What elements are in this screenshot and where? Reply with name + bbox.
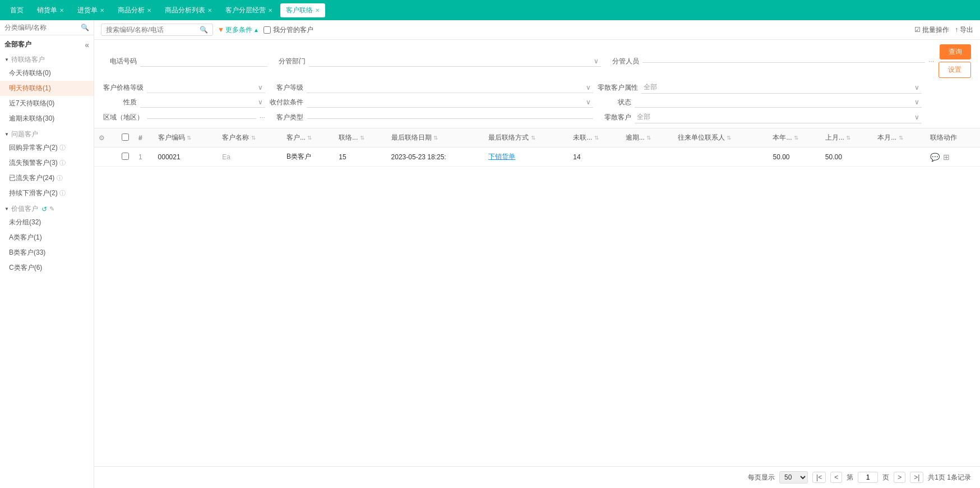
- sort-type-icon[interactable]: ⇅: [307, 135, 312, 141]
- sidebar-item-tomorrow[interactable]: 明天待联络(1): [0, 81, 94, 96]
- my-customers-checkbox[interactable]: 我分管的客户: [264, 25, 313, 35]
- customer-level-select[interactable]: ∨: [307, 82, 594, 93]
- select-all-checkbox[interactable]: [122, 133, 129, 141]
- customer-type-select[interactable]: [307, 116, 594, 119]
- nav-customer-contact[interactable]: 客户联络 ✕: [280, 3, 325, 17]
- sidebar-item-loss-warning[interactable]: 流失预警客户(3) ⓘ: [0, 155, 94, 171]
- row-this-month: [873, 148, 925, 167]
- sidebar-item-overdue[interactable]: 逾期未联络(30): [0, 111, 94, 126]
- nav-close-customer-contact[interactable]: ✕: [315, 7, 320, 13]
- nav-close-sales[interactable]: ✕: [59, 7, 64, 13]
- search-box[interactable]: 🔍: [101, 24, 213, 36]
- th-checkbox: [117, 128, 134, 148]
- scatter-attr-select[interactable]: 全部 ∨: [641, 81, 922, 94]
- sidebar-item-today[interactable]: 今天待联络(0): [0, 66, 94, 81]
- retail-select[interactable]: 全部 ∨: [635, 111, 922, 123]
- nature-select[interactable]: ∨: [140, 97, 265, 108]
- page-size-select[interactable]: 50 100 200: [779, 471, 808, 484]
- th-type[interactable]: 客户... ⇅: [282, 128, 334, 148]
- sidebar-item-c-class[interactable]: C类客户(6): [0, 260, 94, 275]
- query-button[interactable]: 查询: [940, 44, 971, 59]
- sort-last-month-icon[interactable]: ⇅: [846, 135, 850, 141]
- th-no-contact[interactable]: 未联... ⇅: [568, 128, 621, 148]
- sort-code-icon[interactable]: ⇅: [187, 135, 191, 141]
- sidebar-item-repurchase-abnormal[interactable]: 回购异常客户(2) ⓘ: [0, 140, 94, 155]
- status-select[interactable]: ∨: [635, 97, 922, 108]
- th-name[interactable]: 客户名称 ⇅: [218, 128, 282, 148]
- th-settings[interactable]: ⚙: [94, 128, 117, 148]
- content-area: 🔍 ▼ 更多条件 ▲ 我分管的客户 ☑ 批量操作 ↑ 导出: [94, 20, 980, 488]
- th-last-month[interactable]: 上月... ⇅: [821, 128, 873, 148]
- search-icon[interactable]: 🔍: [200, 26, 208, 34]
- nav-close-product-analysis[interactable]: ✕: [147, 7, 151, 13]
- sidebar-item-ungrouped[interactable]: 未分组(32): [0, 215, 94, 230]
- sidebar-search-icon[interactable]: 🔍: [81, 24, 89, 31]
- sort-method-icon[interactable]: ⇅: [531, 135, 535, 141]
- th-this-month[interactable]: 本月... ⇅: [873, 128, 925, 148]
- sidebar-item-declining[interactable]: 持续下滑客户(2) ⓘ: [0, 186, 94, 201]
- sort-unit-icon[interactable]: ⇅: [727, 135, 731, 141]
- action-comment-icon[interactable]: 💬: [930, 153, 940, 162]
- sort-year-icon[interactable]: ⇅: [794, 135, 798, 141]
- nav-product-analysis-list[interactable]: 商品分析列表 ✕: [159, 3, 218, 17]
- th-num: #: [134, 128, 154, 148]
- page-number-input[interactable]: [858, 472, 878, 483]
- th-overdue[interactable]: 逾期... ⇅: [621, 128, 673, 148]
- th-this-year[interactable]: 本年... ⇅: [768, 128, 820, 148]
- prev-page-btn[interactable]: <: [830, 472, 842, 483]
- nav-home[interactable]: 首页: [4, 3, 29, 17]
- sidebar-item-lost[interactable]: 已流失客户(24) ⓘ: [0, 171, 94, 186]
- row-checkbox[interactable]: [122, 153, 129, 160]
- adv-payment-field: 收付款条件 ∨: [270, 97, 594, 108]
- th-unit-contact[interactable]: 往来单位联系人 ⇅: [673, 128, 768, 148]
- row-last-contact-method[interactable]: 下销货单: [484, 148, 568, 167]
- batch-op-btn[interactable]: ☑ 批量操作: [914, 25, 949, 35]
- set-button[interactable]: 设置: [939, 62, 971, 78]
- phone-input[interactable]: [140, 56, 267, 67]
- more-conditions-btn[interactable]: ▼ 更多条件 ▲: [218, 25, 259, 35]
- sort-no-contact-icon[interactable]: ⇅: [594, 135, 599, 141]
- value-refresh-icon[interactable]: ↺: [41, 205, 47, 213]
- first-page-btn[interactable]: |<: [812, 472, 826, 483]
- search-input[interactable]: [106, 26, 197, 34]
- th-contacts[interactable]: 联络... ⇅: [334, 128, 386, 148]
- filter-icon: ▼: [218, 26, 224, 34]
- sidebar-item-week[interactable]: 近7天待联络(0): [0, 96, 94, 111]
- sort-name-icon[interactable]: ⇅: [251, 135, 256, 141]
- sort-contacts-icon[interactable]: ⇅: [360, 135, 364, 141]
- export-btn[interactable]: ↑ 导出: [955, 25, 973, 35]
- last-page-btn[interactable]: >|: [910, 472, 923, 483]
- row-settings[interactable]: [94, 148, 117, 167]
- value-edit-icon[interactable]: ✎: [49, 205, 54, 213]
- region-select[interactable]: [147, 116, 256, 119]
- sort-date-icon[interactable]: ⇅: [433, 135, 438, 141]
- nav-close-product-list[interactable]: ✕: [207, 7, 212, 13]
- nav-purchase-order[interactable]: 进货单 ✕: [72, 3, 110, 17]
- payment-select[interactable]: ∨: [307, 97, 594, 108]
- nav-product-analysis[interactable]: 商品分析 ✕: [112, 3, 157, 17]
- sidebar-item-a-class[interactable]: A类客户(1): [0, 230, 94, 245]
- nav-customer-tier[interactable]: 客户分层经营 ✕: [220, 3, 278, 17]
- th-last-contact-date[interactable]: 最后联络日期 ⇅: [387, 128, 484, 148]
- th-last-contact-method[interactable]: 最后联络方式 ⇅: [484, 128, 568, 148]
- region-dots[interactable]: ···: [260, 113, 265, 121]
- sidebar-search-input[interactable]: [4, 24, 81, 31]
- sort-overdue-icon[interactable]: ⇅: [646, 135, 651, 141]
- manager-dots[interactable]: ···: [928, 57, 934, 65]
- sidebar-all-customers-header[interactable]: 全部客户 «: [0, 35, 94, 52]
- nav-sales-order[interactable]: 销货单 ✕: [31, 3, 70, 17]
- th-code[interactable]: 客户编码 ⇅: [154, 128, 218, 148]
- nav-close-purchase[interactable]: ✕: [100, 7, 104, 13]
- price-level-select[interactable]: ∨: [147, 82, 265, 93]
- dept-select[interactable]: ∨: [309, 56, 600, 67]
- action-grid-icon[interactable]: ⊞: [943, 153, 950, 162]
- sidebar-collapse-icon[interactable]: «: [85, 40, 89, 49]
- adv-manager-field: 分管人员 ···: [605, 57, 934, 66]
- my-customers-check[interactable]: [264, 26, 271, 34]
- sidebar-item-b-class[interactable]: B类客户(33): [0, 245, 94, 260]
- nav-close-customer-tier[interactable]: ✕: [268, 7, 272, 13]
- manager-select[interactable]: [642, 60, 925, 63]
- next-page-btn[interactable]: >: [894, 472, 905, 483]
- table-header-row: ⚙ # 客户编码 ⇅ 客户名称 ⇅: [94, 128, 980, 148]
- sort-this-month-icon[interactable]: ⇅: [899, 135, 903, 141]
